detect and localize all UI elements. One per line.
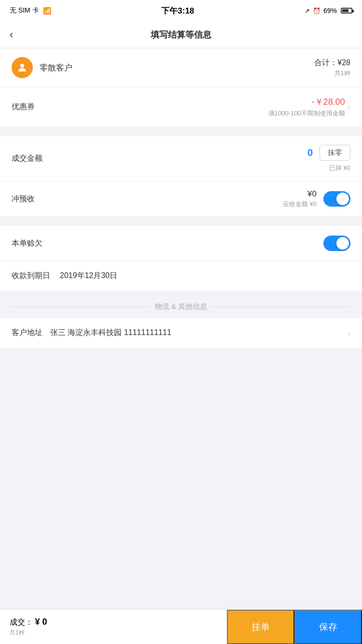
bottom-summary-amount: ¥ 0 xyxy=(35,617,47,627)
coupon-amount: -￥28.00 xyxy=(268,96,345,108)
save-button[interactable]: 保存 xyxy=(294,610,362,644)
sim-status: 无 SIM 卡 xyxy=(10,6,39,15)
content-area: 零散客户 合计：¥28 共1种 优惠券 -￥28.00 满1000-100不限制… xyxy=(0,48,362,387)
status-left: 无 SIM 卡 📶 xyxy=(10,6,51,15)
debt-section: 本单赊欠 收款到期日 2019年12月30日 xyxy=(0,226,362,291)
due-date-label: 收款到期日 xyxy=(12,271,50,281)
address-section: 客户地址 张三 海淀永丰科技园 11111111111 › xyxy=(0,318,362,348)
due-date-value: 2019年12月30日 xyxy=(60,271,117,281)
precollect-row: 冲预收 ¥0 应收金额 ¥0 xyxy=(0,181,362,216)
status-time: 下午3:18 xyxy=(161,5,194,16)
battery-icon xyxy=(341,8,352,14)
deal-section: 成交金额 0 抹零 已抹 ¥0 冲预收 ¥0 应收金额 ¥0 xyxy=(0,136,362,216)
deal-row: 成交金额 0 抹零 已抹 ¥0 xyxy=(0,136,362,181)
deal-deducted: 已抹 ¥0 xyxy=(329,164,350,172)
customer-name: 零散客户 xyxy=(40,62,72,73)
deal-label: 成交金额 xyxy=(12,154,42,164)
bottom-summary-prefix: 成交： xyxy=(10,618,33,626)
divider-2 xyxy=(0,221,362,226)
deal-amount: 0 xyxy=(307,147,313,158)
bottom-bar: 成交： ¥ 0 共1种 挂单 保存 xyxy=(0,609,362,644)
debt-row: 本单赊欠 xyxy=(0,226,362,261)
divider-1 xyxy=(0,131,362,136)
customer-total: 合计：¥28 xyxy=(314,58,350,68)
coupon-label: 优惠券 xyxy=(12,102,35,112)
location-icon: ↗ xyxy=(305,7,310,14)
wifi-icon: 📶 xyxy=(43,7,51,14)
due-date-row: 收款到期日 2019年12月30日 xyxy=(0,261,362,291)
address-chevron-icon: › xyxy=(348,329,350,337)
debt-label: 本单赊欠 xyxy=(12,238,42,249)
coupon-right: -￥28.00 满1000-100不限制使用金额 › xyxy=(268,96,350,118)
logistics-label: 物流 & 其他信息 xyxy=(155,302,207,311)
debt-toggle[interactable] xyxy=(323,236,350,251)
precollect-label: 冲预收 xyxy=(12,194,35,204)
status-bar: 无 SIM 卡 📶 下午3:18 ↗ ⏰ 69% xyxy=(0,0,362,21)
bottom-summary: 成交： ¥ 0 共1种 xyxy=(0,617,227,637)
customer-left: 零散客户 xyxy=(12,57,72,78)
precollect-toggle[interactable] xyxy=(323,191,350,207)
customer-row: 零散客户 合计：¥28 共1种 xyxy=(0,48,362,87)
precollect-main: ¥0 xyxy=(283,189,317,199)
svg-point-0 xyxy=(20,64,24,68)
back-button[interactable]: ‹ xyxy=(10,25,17,45)
address-row[interactable]: 客户地址 张三 海淀永丰科技园 11111111111 › xyxy=(0,318,362,348)
precollect-right: ¥0 应收金额 ¥0 xyxy=(283,189,350,209)
address-value: 张三 海淀永丰科技园 11111111111 xyxy=(50,328,343,338)
logistics-section-label: 物流 & 其他信息 xyxy=(0,295,362,318)
coupon-description: 满1000-100不限制使用金额 xyxy=(268,109,345,118)
precollect-sub: 应收金额 ¥0 xyxy=(283,200,317,209)
alarm-icon: ⏰ xyxy=(313,7,320,14)
avatar xyxy=(12,57,33,78)
status-right: ↗ ⏰ 69% xyxy=(305,7,352,14)
nav-bar: ‹ 填写结算等信息 xyxy=(0,21,362,48)
chevron-right-icon: › xyxy=(348,103,350,112)
customer-right: 合计：¥28 共1种 xyxy=(314,58,350,78)
customer-section: 零散客户 合计：¥28 共1种 优惠券 -￥28.00 满1000-100不限制… xyxy=(0,48,362,126)
battery-percent: 69% xyxy=(323,7,337,14)
coupon-row[interactable]: 优惠券 -￥28.00 满1000-100不限制使用金额 › xyxy=(0,87,362,126)
customer-count: 共1种 xyxy=(314,69,350,78)
page-title: 填写结算等信息 xyxy=(151,29,211,41)
round-button[interactable]: 抹零 xyxy=(320,145,350,161)
address-label: 客户地址 xyxy=(12,328,45,338)
bottom-summary-count: 共1种 xyxy=(10,629,217,637)
hang-button[interactable]: 挂单 xyxy=(227,610,294,644)
